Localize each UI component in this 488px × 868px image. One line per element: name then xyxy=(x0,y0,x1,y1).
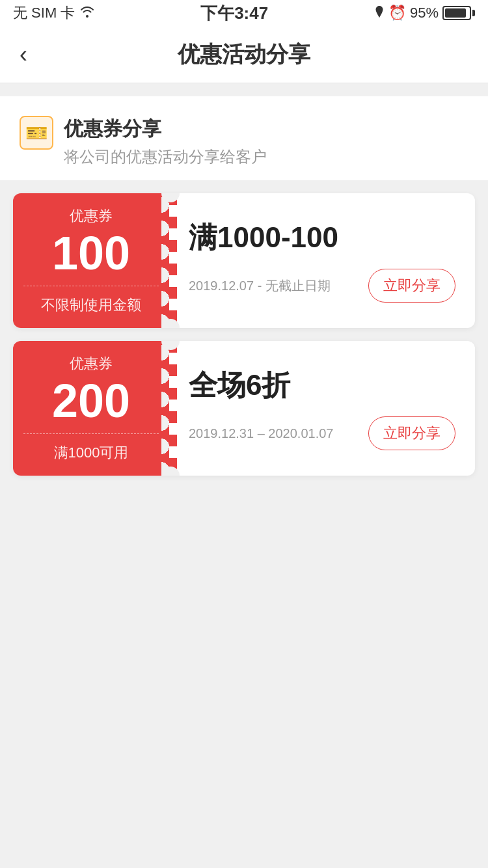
share-button-1[interactable]: 立即分享 xyxy=(368,269,455,303)
share-button-2[interactable]: 立即分享 xyxy=(368,416,455,450)
alarm-icon: ⏰ xyxy=(388,5,406,21)
section-subtitle: 将公司的优惠活动分享给客户 xyxy=(64,146,267,167)
coupon-title-1: 满1000-100 xyxy=(189,219,455,257)
coupon-footer-2: 2019.12.31 – 2020.01.07 立即分享 xyxy=(189,416,455,450)
status-left: 无 SIM 卡 xyxy=(13,3,94,23)
coupon-left-1: 优惠券 100 不限制使用金额 xyxy=(13,193,169,328)
coupon-divider-1 xyxy=(23,286,159,286)
coupon-condition-2: 满1000可用 xyxy=(54,443,129,463)
section-title: 优惠券分享 xyxy=(64,116,267,142)
wifi-icon xyxy=(80,5,94,21)
location-icon xyxy=(374,5,385,21)
coupon-amount-1: 100 xyxy=(52,230,130,277)
coupon-amount-2: 200 xyxy=(52,377,130,424)
carrier-text: 无 SIM 卡 xyxy=(13,3,75,23)
coupon-icon-emoji: 🎫 xyxy=(25,122,48,144)
coupon-footer-1: 2019.12.07 - 无截止日期 立即分享 xyxy=(189,269,455,303)
battery-percentage: 95% xyxy=(410,5,439,21)
coupon-condition-1: 不限制使用金额 xyxy=(41,295,141,315)
section-icon: 🎫 xyxy=(20,116,53,150)
status-time: 下午3:47 xyxy=(200,2,268,25)
coupon-left-2: 优惠券 200 满1000可用 xyxy=(13,341,169,476)
coupon-title-2: 全场6折 xyxy=(189,366,455,405)
back-button[interactable]: ‹ xyxy=(20,41,27,68)
coupon-date-1: 2019.12.07 - 无截止日期 xyxy=(189,277,331,295)
section-header: 🎫 优惠券分享 将公司的优惠活动分享给客户 xyxy=(0,96,488,180)
section-text: 优惠券分享 将公司的优惠活动分享给客户 xyxy=(64,116,267,167)
status-bar: 无 SIM 卡 下午3:47 ⏰ 95% xyxy=(0,0,488,26)
coupon-date-2: 2019.12.31 – 2020.01.07 xyxy=(189,426,333,441)
status-right: ⏰ 95% xyxy=(374,5,475,21)
coupon-card-2: 优惠券 200 满1000可用 全场6折 2019.12.31 – 2020.0… xyxy=(13,341,475,476)
coupon-label-2: 优惠券 xyxy=(70,354,113,373)
coupon-divider-2 xyxy=(23,433,159,434)
coupon-right-2: 全场6折 2019.12.31 – 2020.01.07 立即分享 xyxy=(169,341,475,476)
coupon-card-1: 优惠券 100 不限制使用金额 满1000-100 2019.12.07 - 无… xyxy=(13,193,475,328)
battery-indicator xyxy=(442,6,475,20)
coupon-right-1: 满1000-100 2019.12.07 - 无截止日期 立即分享 xyxy=(169,193,475,328)
coupon-label-1: 优惠券 xyxy=(70,206,113,226)
coupon-list: 优惠券 100 不限制使用金额 满1000-100 2019.12.07 - 无… xyxy=(0,180,488,489)
nav-bar: ‹ 优惠活动分享 xyxy=(0,26,488,83)
nav-title: 优惠活动分享 xyxy=(178,40,310,70)
